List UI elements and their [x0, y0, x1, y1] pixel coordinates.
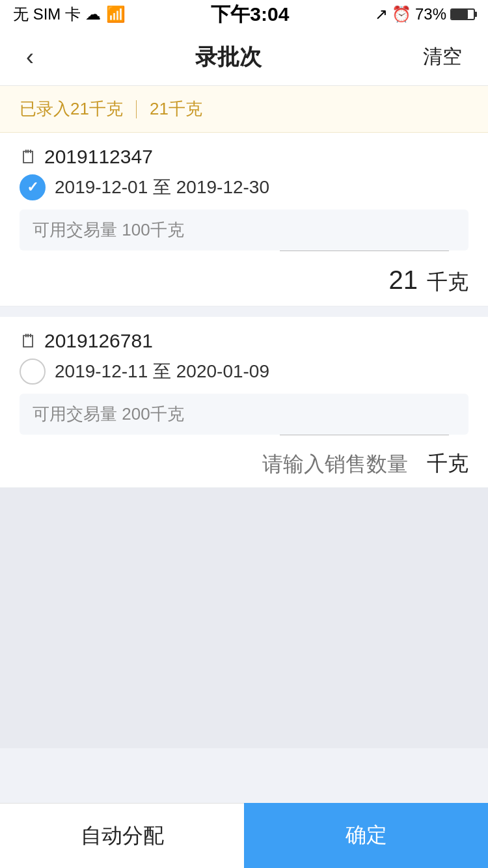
- status-left: 无 SIM 卡 ☁ 📶: [13, 4, 126, 25]
- batch-header-2: 🗒 2019126781: [20, 330, 468, 352]
- doc-icon-1: 🗒: [20, 146, 38, 168]
- status-bar: 无 SIM 卡 ☁ 📶 下午3:04 ↗ ⏰ 73%: [0, 0, 488, 29]
- alarm-icon: ⏰: [392, 5, 411, 23]
- batch-id-2: 2019126781: [44, 330, 153, 352]
- status-right: ↗ ⏰ 73%: [375, 5, 475, 23]
- gray-area: [0, 488, 488, 748]
- bottom-actions: 自动分配 确定: [0, 803, 488, 868]
- batch-info-box-2: 可用交易量 200千克: [20, 394, 468, 435]
- amount-underline-2: [280, 435, 449, 435]
- status-time: 下午3:04: [211, 1, 289, 28]
- summary-value: 21千克: [150, 98, 202, 120]
- confirm-button[interactable]: 确定: [244, 803, 488, 868]
- nav-bar: ‹ 录批次 清空: [0, 29, 488, 86]
- summary-banner: 已录入21千克 21千克: [0, 86, 488, 133]
- wifi-icon: 📶: [106, 5, 126, 23]
- auto-distribute-button[interactable]: 自动分配: [0, 803, 244, 868]
- page-title: 录批次: [195, 42, 262, 72]
- batch-info-box-1: 可用交易量 100千克: [20, 210, 468, 251]
- amount-unit-1: 千克: [427, 268, 468, 297]
- input-row-2: 千克: [0, 438, 488, 488]
- batch-available-1: 可用交易量 100千克: [33, 220, 184, 239]
- battery-percent: 73%: [415, 5, 446, 23]
- batch-header-1: 🗒 2019112347: [20, 146, 468, 168]
- summary-divider: [136, 100, 137, 118]
- batch-date-2: 2019-12-11 至 2020-01-09: [55, 359, 269, 384]
- batch-card-1: 🗒 2019112347 2019-12-01 至 2019-12-30 可用交…: [0, 133, 488, 306]
- amount-row-1: 21 千克: [0, 254, 488, 306]
- clear-button[interactable]: 清空: [416, 37, 468, 77]
- batch-item-1: 🗒 2019112347 2019-12-01 至 2019-12-30 可用交…: [0, 133, 488, 251]
- radio-btn-2[interactable]: [20, 359, 46, 385]
- qty-input-2[interactable]: [157, 452, 418, 476]
- doc-icon-2: 🗒: [20, 331, 38, 352]
- radio-btn-1[interactable]: [20, 174, 46, 200]
- battery-icon: [450, 8, 475, 20]
- batch-date-row-1: 2019-12-01 至 2019-12-30: [20, 174, 468, 200]
- amount-number-1: 21: [389, 265, 418, 295]
- summary-label: 已录入21千克: [20, 98, 123, 120]
- batch-available-2: 可用交易量 200千克: [33, 404, 184, 424]
- section-gap: [0, 306, 488, 317]
- amount-underline-1: [280, 251, 449, 251]
- location-icon: ↗: [375, 5, 388, 23]
- batch-card-2: 🗒 2019126781 2019-12-11 至 2020-01-09 可用交…: [0, 317, 488, 488]
- batch-id-1: 2019112347: [44, 146, 153, 168]
- sim-label: 无 SIM 卡 ☁: [13, 4, 101, 25]
- batch-date-1: 2019-12-01 至 2019-12-30: [55, 175, 269, 200]
- qty-unit-2: 千克: [427, 450, 468, 478]
- back-button[interactable]: ‹: [20, 37, 40, 77]
- batch-date-row-2: 2019-12-11 至 2020-01-09: [20, 359, 468, 385]
- batch-item-2: 🗒 2019126781 2019-12-11 至 2020-01-09 可用交…: [0, 317, 488, 435]
